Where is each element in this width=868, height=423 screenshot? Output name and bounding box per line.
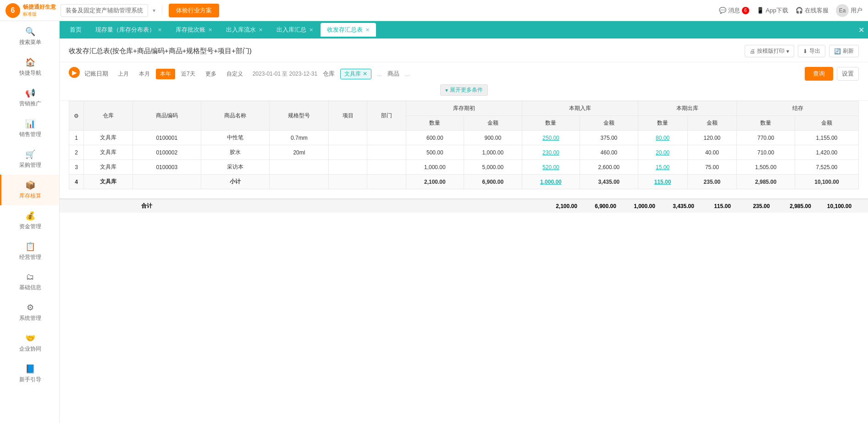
row-out-qty-link[interactable]: 15.00 [656,164,669,170]
tab-close-inout-summary[interactable]: ✕ [309,27,313,33]
tab-bar: 首页 现存量（库存分布表） ✕ 库存批次账 ✕ 出入库流水 ✕ 出入库汇总 ✕ [60,21,868,38]
row-department [367,145,406,160]
sidebar-item-collab[interactable]: 🤝 企业协同 [0,328,59,358]
app-download-item[interactable]: 📱 App下载 [757,6,788,15]
date-btn-this-year[interactable]: 本年 [156,69,175,79]
col-out-amt-header: 金额 [687,116,737,131]
total-label: 合计 [69,202,225,210]
col-in-qty-header: 数量 [522,116,580,131]
row-in-amt: 460.00 [580,145,638,160]
sidebar-item-finance[interactable]: 💰 资金管理 [0,205,59,236]
row-in-qty[interactable]: 520.00 [522,160,580,175]
tab-inout-flow[interactable]: 出入库流水 ✕ [220,23,269,37]
tab-batch[interactable]: 库存批次账 ✕ [169,23,219,37]
settings-button[interactable]: 设置 [837,67,859,81]
row-out-qty[interactable]: 80.00 [638,131,687,145]
date-label: 记账日期 [84,70,108,78]
date-btn-last-month[interactable]: 上月 [114,69,133,79]
home-icon: 🏠 [25,57,35,67]
sys-dropdown-icon[interactable]: ▾ [153,7,155,14]
user-item[interactable]: Ea 用户 [836,4,862,17]
col-close-qty-header: 数量 [737,116,795,131]
print-button[interactable]: 🖨 按模版打印 ▾ [745,45,794,57]
message-item[interactable]: 💬 消息 6 [719,6,749,15]
row-out-qty-link[interactable]: 115.00 [654,179,671,185]
trial-button[interactable]: 体验行业方案 [169,4,219,17]
row-no: 3 [69,160,84,175]
row-in-qty-link[interactable]: 1,000.00 [540,179,562,185]
row-in-qty-link[interactable]: 520.00 [542,164,559,170]
sidebar-item-system[interactable]: ⚙ 系统管理 [0,297,59,328]
total-open-amt: 6,900.00 [586,203,625,209]
row-department [367,160,406,175]
col-closing-header: 结存 [737,101,859,116]
expand-area: ▾ 展开更多条件 [69,84,859,96]
top-bar-left: 6 畅捷通好生意 标准版 装备及固定资产辅助管理系统 ▾ 体验行业方案 [6,3,219,18]
row-open-qty: 600.00 [406,131,464,145]
sidebar-item-marketing[interactable]: 📢 营销推广 [0,82,59,113]
row-in-qty[interactable]: 1,000.00 [522,175,580,189]
expand-icon: ▾ [445,87,448,93]
expand-more-button[interactable]: ▾ 展开更多条件 [440,84,488,96]
row-open-amt: 6,900.00 [464,175,522,189]
message-icon: 💬 [719,7,726,14]
content-area: 首页 现存量（库存分布表） ✕ 库存批次账 ✕ 出入库流水 ✕ 出入库汇总 ✕ [60,21,868,423]
row-in-qty[interactable]: 230.00 [522,145,580,160]
tab-bar-close[interactable]: ✕ [858,26,864,34]
row-department [367,131,406,145]
col-close-amt-header: 金额 [795,116,858,131]
row-goods-name: 胶水 [201,145,269,160]
col-goods-spec-header: 规格型号 [270,101,329,131]
row-out-qty[interactable]: 20.00 [638,145,687,160]
sidebar-item-guide[interactable]: 📘 新手引导 [0,358,59,389]
date-btn-more[interactable]: 更多 [201,69,221,79]
row-in-qty[interactable]: 250.00 [522,131,580,145]
row-out-qty-link[interactable]: 20.00 [656,149,669,156]
page-content: 收发存汇总表(按仓库+商品编码+商品+规格型号+项目+部门) 🖨 按模版打印 ▾… [60,38,868,423]
avatar: Ea [836,4,849,17]
sidebar-item-search[interactable]: 🔍 搜索菜单 [0,21,59,52]
query-button[interactable]: 查询 [805,67,833,81]
warehouse-tag-close[interactable]: ✕ [363,71,367,77]
col-department-header: 部门 [367,101,406,131]
date-btn-this-month[interactable]: 本月 [135,69,154,79]
export-button[interactable]: ⬇ 导出 [798,45,825,57]
refresh-button[interactable]: 🔄 刷新 [829,45,859,57]
row-out-qty[interactable]: 115.00 [638,175,687,189]
tab-inout-summary[interactable]: 出入库汇总 ✕ [270,23,320,37]
goods-label: 商品 [387,70,399,78]
row-out-qty-link[interactable]: 80.00 [656,135,669,141]
tab-close-inventory-dist[interactable]: ✕ [158,27,162,33]
tab-recv-summary[interactable]: 收发存汇总表 ✕ [321,23,376,37]
sidebar-item-operations[interactable]: 📋 经营管理 [0,236,59,267]
finance-icon: 💰 [25,211,35,221]
tab-close-recv-summary[interactable]: ✕ [365,27,370,33]
tab-close-inout-flow[interactable]: ✕ [259,27,263,33]
sidebar-item-inventory[interactable]: 📦 库存核算 [0,175,59,205]
total-in-qty: 1,000.00 [625,203,664,209]
date-btn-7days[interactable]: 近7天 [177,69,199,79]
row-in-qty-link[interactable]: 250.00 [542,135,559,141]
sidebar-item-sales[interactable]: 📊 销售管理 [0,113,59,144]
tab-close-batch[interactable]: ✕ [208,27,212,33]
row-project [329,131,367,145]
date-btn-custom[interactable]: 自定义 [222,69,247,79]
row-in-qty-link[interactable]: 230.00 [542,149,559,156]
warehouse-more[interactable]: ... [377,71,382,77]
sidebar-item-quick[interactable]: 🏠 快捷导航 [0,52,59,82]
tab-inventory-dist[interactable]: 现存量（库存分布表） ✕ [89,23,168,37]
row-open-amt: 5,000.00 [464,160,522,175]
sidebar-item-basic[interactable]: 🗂 基础信息 [0,267,59,297]
logo-text1: 畅捷通好生意 [23,3,56,11]
goods-more[interactable]: ... [405,71,410,77]
filter-toggle[interactable]: ▶ [69,67,80,78]
col-settings-header[interactable]: ⚙ [69,101,84,131]
row-close-amt: 1,155.00 [795,131,858,145]
row-out-qty[interactable]: 15.00 [638,160,687,175]
tab-home[interactable]: 首页 [63,23,88,37]
table-wrap: ⚙ 仓库 商品编码 商品名称 规格型号 项目 部门 库存期初 本期入库 本期出库 [60,101,868,198]
logo-area: 6 畅捷通好生意 标准版 [6,3,56,18]
row-out-amt: 235.00 [687,175,737,189]
online-support-item[interactable]: 🎧 在线客服 [796,6,829,15]
sidebar-item-purchase[interactable]: 🛒 采购管理 [0,144,59,175]
